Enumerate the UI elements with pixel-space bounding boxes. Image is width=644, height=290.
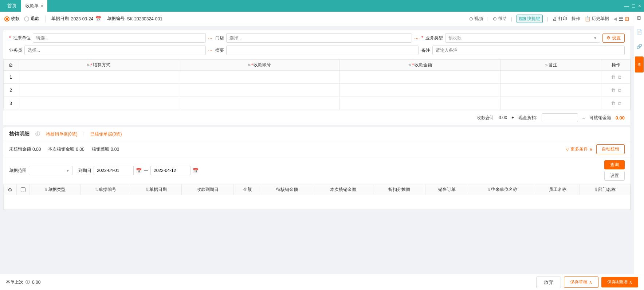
btn-help[interactable]: ⊙ 帮助 — [493, 16, 507, 22]
verify-table-body — [4, 195, 631, 210]
row-1-remark[interactable] — [501, 71, 601, 84]
due-date-label: 到期日 — [78, 168, 91, 174]
row-1-delete-icon[interactable]: 🗑 — [611, 74, 616, 80]
staff-ellipsis[interactable]: ··· — [208, 47, 212, 53]
row-2-delete-icon[interactable]: 🗑 — [611, 87, 616, 93]
auto-verify-btn[interactable]: 自动核销 — [596, 144, 625, 154]
vth-doc-type: ⇅ 单据类型 — [30, 184, 80, 195]
th-settings: ⚙ — [4, 60, 18, 71]
shop-input[interactable] — [226, 33, 412, 43]
summary-input[interactable] — [226, 46, 419, 55]
verify-table-wrapper: ⚙ ⇅ 单据类型 — [3, 184, 631, 210]
radio-refund-circle — [24, 16, 29, 21]
row-2-payment[interactable] — [18, 84, 179, 97]
vth-dept-name: ⇅ 部门名称 — [580, 184, 630, 195]
sidebar-table-icon[interactable]: ⊞ — [636, 15, 643, 21]
row-3-account[interactable] — [179, 97, 340, 110]
calendar-icon[interactable]: 📅 — [95, 16, 101, 21]
row-1-account[interactable] — [179, 71, 340, 84]
date-to-cal-icon[interactable]: 📅 — [193, 168, 199, 173]
prev-layout-icon[interactable]: ◀ — [613, 16, 617, 21]
btn-ops[interactable]: 操作 — [572, 16, 580, 22]
tab-active[interactable]: 收款单 × — [21, 0, 47, 12]
save-draft-arrow[interactable]: ∧ — [589, 280, 592, 285]
table-settings-icon[interactable]: ⚙ — [8, 62, 13, 68]
date-from-cal-icon[interactable]: 📅 — [136, 168, 142, 173]
row-2-account[interactable] — [179, 84, 340, 97]
total-value: 0.00 — [499, 115, 507, 120]
verify-settings-icon[interactable]: ⚙ — [8, 187, 12, 193]
window-max-icon[interactable]: □ — [632, 3, 635, 9]
tab-active-label: 收款单 — [25, 0, 39, 12]
shop-label: 门店 — [215, 35, 224, 41]
save-draft-btn[interactable]: 保存草稿 ∧ — [564, 277, 598, 288]
radio-receive-circle — [4, 16, 9, 21]
settings-btn[interactable]: ⚙ 设置 — [602, 34, 625, 43]
party-field: * 往来单位 ··· — [9, 33, 212, 43]
party-input[interactable] — [33, 33, 206, 43]
row-3-delete-icon[interactable]: 🗑 — [611, 101, 616, 106]
verify-info-icon[interactable]: ⓘ — [35, 131, 40, 137]
biz-type-label: 业务类型 — [425, 35, 443, 41]
window-close-icon[interactable]: × — [638, 3, 641, 9]
row-1-copy-icon[interactable]: ⧉ — [618, 74, 621, 80]
date-from-input[interactable] — [94, 166, 134, 175]
row-2-copy-icon[interactable]: ⧉ — [618, 87, 621, 93]
sidebar-doc-icon[interactable]: 📄 — [636, 27, 643, 36]
row-1-amount[interactable] — [340, 71, 501, 84]
discount-input[interactable] — [542, 113, 578, 122]
verify-select-all-checkbox[interactable] — [21, 187, 25, 192]
sort-remark-icon: ⇅ — [545, 63, 548, 67]
date-filter: 到期日 📅 — 📅 — [78, 166, 199, 175]
remark-input[interactable] — [432, 46, 625, 55]
verify-tab-done[interactable]: 已核销单据(0笔) — [90, 131, 122, 137]
sidebar-link-icon[interactable]: 🔗 — [636, 42, 643, 51]
btn-shortcut[interactable]: ⌨ 快捷键 — [517, 15, 543, 23]
save-new-btn[interactable]: 保存&新增 ∧ — [601, 277, 638, 287]
table-body: 1 🗑 ⧉ — [4, 71, 631, 110]
unchecked-value: 0.00 — [32, 147, 41, 152]
vth-doc-number: ⇅ 单据编号 — [80, 184, 131, 195]
row-3-remark[interactable] — [501, 97, 601, 110]
filter-settings-btn[interactable]: 设置 — [604, 171, 625, 181]
tab-bar-right: — □ × — [624, 3, 641, 9]
list-layout-icon[interactable]: ☰ — [619, 16, 623, 22]
staff-input[interactable] — [24, 46, 206, 55]
biz-type-select[interactable]: 预收款 ▼ — [445, 33, 600, 43]
more-conditions-btn[interactable]: ▽ 更多条件 ∧ — [566, 146, 593, 152]
btn-history[interactable]: 📋 历史单据 — [585, 16, 609, 22]
radio-refund[interactable]: 退款 — [24, 16, 39, 22]
verify-tab-pending[interactable]: 待核销单据(0笔) — [46, 131, 78, 137]
stat-diff: 核销差额 0.00 — [92, 146, 119, 152]
discard-btn[interactable]: 放弃 — [536, 277, 561, 288]
diff-value: 0.00 — [111, 147, 119, 152]
row-2-actions: 🗑 ⧉ — [601, 84, 631, 97]
row-3-amount[interactable] — [340, 97, 501, 110]
sidebar-ai-icon[interactable]: Ai — [635, 56, 644, 72]
row-3-copy-icon[interactable]: ⧉ — [618, 101, 621, 106]
range-select[interactable] — [29, 166, 72, 175]
summary-row: 收款合计 0.00 + 现金折扣: = 可核销金额 0.00 — [3, 110, 631, 125]
query-btn[interactable]: 查询 — [604, 160, 625, 169]
radio-receive[interactable]: 收款 — [4, 16, 20, 22]
tab-close-icon[interactable]: × — [41, 0, 43, 12]
btn-video[interactable]: ⊙ 视频 — [469, 16, 483, 22]
radio-group: 收款 退款 — [4, 16, 39, 22]
save-new-arrow[interactable]: ∧ — [629, 280, 632, 285]
info-icon[interactable]: ⓘ — [25, 279, 30, 285]
btn-print[interactable]: 🖨 打印 — [553, 16, 567, 22]
range-label: 单据范围 — [9, 168, 27, 174]
shop-ellipsis[interactable]: ··· — [414, 35, 419, 41]
party-ellipsis[interactable]: ··· — [208, 35, 212, 41]
form-row-2: 业务员 ··· 摘要 备注 — [9, 46, 625, 55]
row-1-payment[interactable] — [18, 71, 179, 84]
row-3-payment[interactable] — [18, 97, 179, 110]
date-to-input[interactable] — [150, 166, 191, 175]
window-min-icon[interactable]: — — [624, 3, 629, 9]
row-2-amount[interactable] — [340, 84, 501, 97]
row-2-remark[interactable] — [501, 84, 601, 97]
tab-home[interactable]: 首页 — [3, 0, 21, 12]
party-required: * — [9, 35, 11, 40]
verify-filters-row: 单据范围 ▼ 到期日 📅 — 📅 — [3, 157, 631, 184]
grid-layout-icon[interactable]: ⊞ — [625, 16, 629, 22]
